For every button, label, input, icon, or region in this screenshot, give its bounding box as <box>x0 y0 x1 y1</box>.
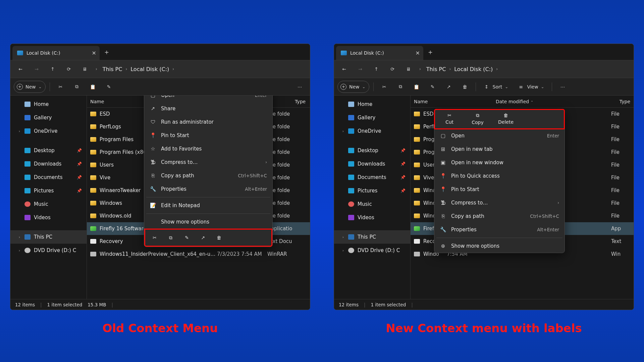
tab-local-disk[interactable]: Local Disk (C:) ✕ <box>12 46 100 60</box>
refresh-button[interactable]: ⟳ <box>387 64 398 74</box>
forward-button[interactable]: → <box>355 64 366 74</box>
breadcrumb-thispc[interactable]: This PC <box>426 66 446 72</box>
menu-delete[interactable]: 🗑Delete <box>495 113 516 125</box>
sidebar-item-thispc[interactable]: ›This PC <box>334 230 410 244</box>
tab-local-disk[interactable]: Local Disk (C:) ✕ <box>336 46 423 60</box>
menu-properties[interactable]: 🔧PropertiesAlt+Enter <box>144 182 272 196</box>
sidebar-item-gallery[interactable]: Gallery <box>334 111 410 124</box>
more-button[interactable]: ⋯ <box>556 81 570 93</box>
delete-icon[interactable]: 🗑 <box>214 233 224 242</box>
cut-icon[interactable]: ✂ <box>150 233 159 242</box>
sidebar-item-music[interactable]: Music <box>334 197 410 211</box>
menu-pin-quick-access[interactable]: 📍Pin to Quick access <box>434 169 565 183</box>
menu-compress[interactable]: 🗜Compress to…› <box>434 196 565 209</box>
breadcrumb-localdisk[interactable]: Local Disk (C:) <box>130 66 169 72</box>
sidebar-item-documents[interactable]: Documents📌 <box>10 171 87 184</box>
refresh-button[interactable]: ⟳ <box>63 64 74 74</box>
sidebar-item-pictures[interactable]: Pictures📌 <box>10 184 87 197</box>
table-row[interactable]: Windows11_InsiderPreview_Client_x64_en-u… <box>87 248 310 260</box>
col-type[interactable]: Type <box>565 99 634 104</box>
cut-button[interactable]: ✂ <box>54 81 67 93</box>
sidebar-item-videos[interactable]: Videos <box>334 211 410 224</box>
breadcrumb-thispc[interactable]: This PC <box>103 66 122 72</box>
sidebar-item-desktop[interactable]: Desktop📌 <box>334 144 410 157</box>
sidebar-item-videos[interactable]: Videos <box>10 211 87 224</box>
col-date[interactable]: Date modified ⌃ <box>464 99 565 104</box>
context-menu-new[interactable]: ✂Cut ⧉Copy 🗑Delete ▢OpenEnter ⊞Open in n… <box>434 109 565 253</box>
delete-button[interactable]: 🗑 <box>458 81 472 93</box>
col-type[interactable]: Type <box>295 99 310 104</box>
sidebar-item-music[interactable]: Music <box>10 197 87 211</box>
sidebar-item-onedrive[interactable]: ›OneDrive <box>334 124 410 138</box>
menu-cut[interactable]: ✂Cut <box>439 113 460 125</box>
column-headers[interactable]: Name Date modified ⌃ Type <box>411 96 634 108</box>
copy-button[interactable]: ⧉ <box>70 81 84 93</box>
back-button[interactable]: ← <box>15 64 26 74</box>
cut-button[interactable]: ✂ <box>378 81 391 93</box>
chevron-right-icon[interactable]: › <box>96 67 97 71</box>
menu-run-admin[interactable]: 🛡Run as administrator <box>144 115 272 129</box>
col-name[interactable]: Name <box>414 99 464 104</box>
forward-button[interactable]: → <box>31 64 42 74</box>
menu-open[interactable]: ▢OpenEnter <box>434 129 565 142</box>
menu-open-new-window[interactable]: ▣Open in new window <box>434 156 565 169</box>
close-icon[interactable]: ✕ <box>92 50 96 56</box>
menu-open-new-tab[interactable]: ⊞Open in new tab <box>434 142 565 156</box>
menu-pin-start[interactable]: 📍Pin to Start <box>144 129 272 142</box>
menu-edit-notepad[interactable]: 📝Edit in Notepad <box>144 199 272 212</box>
menu-pin-start[interactable]: 📍Pin to Start <box>434 183 565 196</box>
chevron-right-icon[interactable]: › <box>125 67 127 71</box>
sidebar-item-pictures[interactable]: Pictures📌 <box>334 184 410 197</box>
menu-open[interactable]: ▢OpenEnter <box>144 96 272 102</box>
sidebar-item-downloads[interactable]: Downloads📌 <box>334 157 410 171</box>
sidebar-item-home[interactable]: Home <box>334 98 410 111</box>
menu-show-more[interactable]: Show more options <box>144 215 272 229</box>
folder-icon <box>414 163 420 167</box>
new-button[interactable]: +New⌄ <box>14 81 46 93</box>
share-button[interactable]: ↗ <box>442 81 455 93</box>
rename-icon[interactable]: ✎ <box>182 233 192 242</box>
new-tab-button[interactable]: ＋ <box>423 44 437 60</box>
breadcrumb-localdisk[interactable]: Local Disk (C:) <box>454 66 493 72</box>
menu-copy-path[interactable]: ⎘Copy as pathCtrl+Shift+C <box>434 209 565 223</box>
new-button[interactable]: +New⌄ <box>337 81 369 93</box>
copy-icon[interactable]: ⧉ <box>166 233 175 242</box>
close-icon[interactable]: ✕ <box>416 50 420 56</box>
up-button[interactable]: ↑ <box>47 64 58 74</box>
tab-icon: ⊞ <box>440 146 446 152</box>
up-button[interactable]: ↑ <box>371 64 382 74</box>
more-button[interactable]: ⋯ <box>293 81 307 93</box>
view-button[interactable]: ≡View⌄ <box>514 81 547 93</box>
sidebar-item-onedrive[interactable]: ›OneDrive <box>10 124 87 138</box>
menu-properties[interactable]: 🔧PropertiesAlt+Enter <box>434 223 565 236</box>
menu-show-more[interactable]: ⊕Show more options <box>434 239 565 253</box>
paste-button[interactable]: 📋 <box>86 81 100 93</box>
chevron-right-icon[interactable]: › <box>419 67 421 71</box>
back-button[interactable]: ← <box>339 64 350 74</box>
share-icon[interactable]: ↗ <box>198 233 208 242</box>
chevron-right-icon[interactable]: › <box>496 67 498 71</box>
folder-icon <box>414 201 420 205</box>
menu-copy[interactable]: ⧉Copy <box>467 113 488 125</box>
sidebar-item-downloads[interactable]: Downloads📌 <box>10 157 87 171</box>
menu-compress[interactable]: 🗜Compress to…› <box>144 156 272 169</box>
rename-button[interactable]: ✎ <box>102 81 116 93</box>
sidebar-item-gallery[interactable]: Gallery <box>10 111 87 124</box>
chevron-right-icon[interactable]: › <box>172 67 174 71</box>
sidebar-item-home[interactable]: Home <box>10 98 87 111</box>
copy-button[interactable]: ⧉ <box>394 81 407 93</box>
menu-copy-path[interactable]: ⎘Copy as pathCtrl+Shift+C <box>144 169 272 182</box>
context-menu-old[interactable]: ▢OpenEnter ↗Share 🛡Run as administrator … <box>144 96 273 247</box>
menu-share[interactable]: ↗Share <box>144 102 272 115</box>
sidebar-item-documents[interactable]: Documents📌 <box>334 171 410 184</box>
sidebar-item-thispc[interactable]: ›This PC <box>10 230 87 244</box>
sidebar-item-desktop[interactable]: Desktop📌 <box>10 144 87 157</box>
sort-button[interactable]: ↕Sort⌄ <box>480 81 512 93</box>
paste-button[interactable]: 📋 <box>410 81 423 93</box>
sidebar-item-dvd[interactable]: ›DVD Drive (D:) C <box>10 244 87 257</box>
menu-add-favorites[interactable]: ☆Add to Favorites <box>144 142 272 156</box>
sidebar-item-dvd[interactable]: ›DVD Drive (D:) C <box>334 244 410 257</box>
rename-button[interactable]: ✎ <box>426 81 439 93</box>
new-tab-button[interactable]: ＋ <box>100 44 114 60</box>
chevron-right-icon[interactable]: › <box>449 67 451 71</box>
